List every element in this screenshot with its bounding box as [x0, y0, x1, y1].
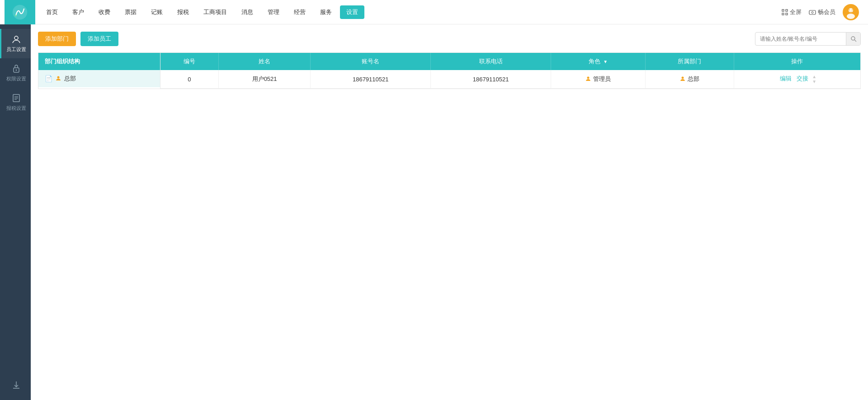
nav-tax[interactable]: 报税 — [171, 5, 195, 19]
nav-right-area: 全屏 畅会员 — [782, 4, 863, 20]
action-编辑[interactable]: 编辑 — [780, 75, 792, 82]
vip-btn[interactable]: 畅会员 — [809, 8, 835, 16]
table-header-row: 编号 姓名 账号名 联系电话 角色 ▼ 所属部门 操作 — [160, 53, 860, 70]
employee-icon — [11, 34, 21, 44]
nav-items: 首页 客户 收费 票据 记账 报税 工商项目 消息 管理 经营 服务 设置 — [40, 5, 782, 19]
dept-tree: 部门组织结构 📄 总部 — [38, 53, 160, 89]
add-dept-button[interactable]: 添加部门 — [38, 32, 76, 46]
search-input[interactable] — [755, 36, 846, 42]
vip-label: 畅会员 — [818, 8, 835, 16]
nav-manage[interactable]: 管理 — [261, 5, 286, 19]
dept-user-icon — [55, 75, 61, 83]
svg-point-15 — [15, 70, 17, 71]
fullscreen-btn[interactable]: 全屏 — [782, 8, 802, 16]
svg-point-10 — [847, 14, 855, 19]
col-name: 姓名 — [218, 53, 310, 70]
fullscreen-label: 全屏 — [790, 8, 802, 16]
sidebar-item-tax[interactable]: 报税设置 — [0, 88, 31, 117]
col-dept: 所属部门 — [645, 53, 734, 70]
scroll-down-arrow[interactable]: ▼ — [812, 79, 816, 84]
svg-point-7 — [811, 11, 813, 13]
dept-user-icon — [679, 75, 686, 83]
vip-icon — [809, 9, 816, 15]
filter-icon: ▼ — [603, 59, 608, 64]
nav-service[interactable]: 服务 — [314, 5, 338, 19]
tax-icon — [11, 93, 21, 103]
svg-rect-4 — [782, 13, 784, 15]
role-label: 管理员 — [593, 75, 611, 83]
logo-icon — [12, 4, 28, 20]
nav-accounting[interactable]: 记账 — [145, 5, 169, 19]
dept-root-label: 总部 — [64, 75, 76, 83]
svg-point-13 — [14, 36, 18, 40]
nav-home[interactable]: 首页 — [40, 5, 64, 19]
toolbar: 添加部门 添加员工 — [38, 32, 861, 46]
action-交接[interactable]: 交接 — [797, 75, 808, 82]
svg-point-9 — [849, 8, 853, 13]
col-account: 账号名 — [311, 53, 431, 70]
svg-point-25 — [587, 76, 590, 79]
nav-settings[interactable]: 设置 — [340, 5, 364, 19]
table-row: 0用户05211867911052118679110521管理员总部编辑 交接▲… — [160, 70, 860, 89]
cell-actions: 编辑 交接▲▼ — [734, 70, 860, 89]
dept-value: 总部 — [688, 75, 699, 83]
svg-point-11 — [849, 9, 850, 10]
svg-point-1 — [15, 14, 17, 16]
nav-message[interactable]: 消息 — [235, 5, 259, 19]
nav-customer[interactable]: 客户 — [66, 5, 90, 19]
cell-role: 管理员 — [551, 70, 646, 89]
svg-rect-3 — [786, 9, 788, 11]
sidebar-item-permission[interactable]: 权限设置 — [0, 58, 31, 88]
search-button[interactable] — [846, 32, 860, 46]
col-role[interactable]: 角色 ▼ — [551, 53, 646, 70]
table-wrapper: 部门组织结构 📄 总部 编号 姓名 账号名 — [38, 52, 861, 89]
sidebar: 员工设置 权限设置 报税设置 — [0, 24, 31, 400]
sidebar-item-employee[interactable]: 员工设置 — [0, 29, 31, 58]
dept-tree-header: 部门组织结构 — [38, 53, 160, 70]
main-content: 添加部门 添加员工 部门组织结构 📄 — [31, 24, 868, 400]
cell-dept: 总部 — [645, 70, 734, 89]
fullscreen-icon — [782, 9, 788, 15]
permission-icon — [11, 64, 21, 74]
svg-point-24 — [57, 76, 60, 78]
col-id: 编号 — [160, 53, 218, 70]
scroll-up-arrow[interactable]: ▲ — [812, 74, 816, 79]
emp-table: 编号 姓名 账号名 联系电话 角色 ▼ 所属部门 操作 — [160, 53, 860, 89]
svg-line-23 — [854, 40, 856, 42]
role-user-icon — [585, 75, 591, 83]
avatar-icon — [844, 5, 858, 19]
top-navigation: 首页 客户 收费 票据 记账 报税 工商项目 消息 管理 经营 服务 设置 全屏… — [0, 0, 868, 24]
nav-invoice[interactable]: 票据 — [118, 5, 143, 19]
svg-point-26 — [682, 76, 684, 79]
dept-tree-root[interactable]: 📄 总部 — [38, 70, 160, 87]
cell-account: 18679110521 — [311, 70, 431, 89]
col-action: 操作 — [734, 53, 860, 70]
svg-rect-5 — [786, 13, 788, 15]
user-avatar[interactable] — [843, 4, 859, 20]
svg-point-12 — [852, 9, 853, 10]
svg-point-22 — [851, 37, 855, 40]
svg-rect-6 — [809, 10, 816, 14]
search-icon — [850, 36, 857, 42]
svg-rect-2 — [782, 9, 784, 11]
cell-phone: 18679110521 — [431, 70, 551, 89]
search-area — [755, 32, 861, 46]
main-layout: 员工设置 权限设置 报税设置 添加部门 添加员工 — [0, 24, 868, 400]
sidebar-bottom — [0, 375, 31, 395]
add-emp-button[interactable]: 添加员工 — [80, 32, 118, 46]
sidebar-item-download[interactable] — [0, 375, 31, 395]
sidebar-label-tax: 报税设置 — [6, 105, 26, 112]
cell-id: 0 — [160, 70, 218, 89]
col-role-label: 角色 — [589, 58, 600, 65]
logo-area — [5, 0, 35, 24]
download-icon — [11, 380, 21, 390]
sidebar-label-employee: 员工设置 — [6, 46, 26, 53]
nav-fee[interactable]: 收费 — [92, 5, 117, 19]
cell-name: 用户0521 — [218, 70, 310, 89]
nav-business[interactable]: 工商项目 — [197, 5, 233, 19]
nav-operation[interactable]: 经营 — [288, 5, 312, 19]
col-phone: 联系电话 — [431, 53, 551, 70]
file-icon: 📄 — [45, 75, 52, 82]
sidebar-label-permission: 权限设置 — [6, 75, 26, 82]
